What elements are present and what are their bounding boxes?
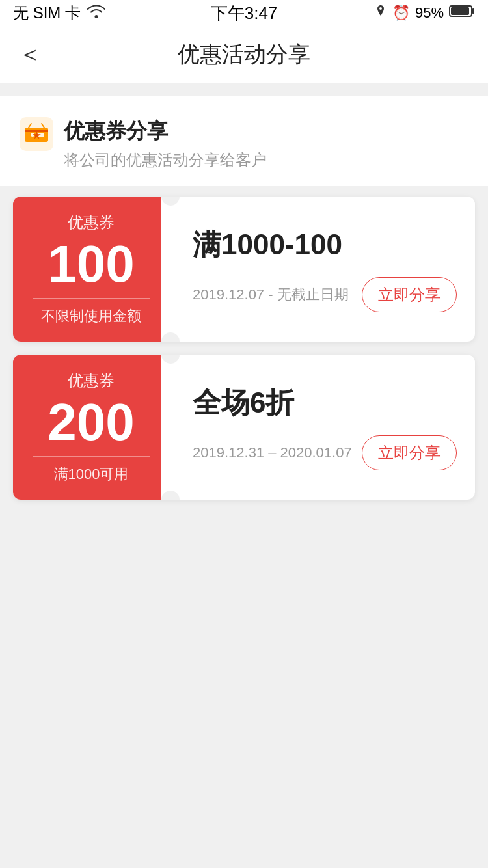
alarm-icon: ⏰	[392, 5, 410, 21]
status-time: 下午3:47	[211, 2, 278, 25]
coupon-card-2: 优惠券 200 满1000可用 全场6折 2019.12.31 – 2020.0…	[13, 355, 475, 500]
svg-rect-2	[451, 7, 469, 15]
coupon-date-2: 2019.12.31 – 2020.01.07	[193, 444, 352, 461]
coupon-right-1: 满1000-100 2019.12.07 - 无截止日期 立即分享	[169, 197, 475, 342]
coupon-left-1: 优惠券 100 不限制使用金额	[13, 197, 169, 342]
coupon-right-2: 全场6折 2019.12.31 – 2020.01.07 立即分享	[169, 355, 475, 500]
wifi-icon	[87, 4, 105, 22]
coupon-name-2: 全场6折	[193, 384, 457, 422]
section-title: 优惠券分享	[64, 117, 267, 146]
coupon-divider-1	[33, 298, 150, 299]
coupon-date-1: 2019.12.07 - 无截止日期	[193, 285, 349, 305]
coupon-amount-1: 100	[47, 238, 134, 290]
coupon-footer-1: 2019.12.07 - 无截止日期 立即分享	[193, 277, 457, 312]
coupon-label-2: 优惠券	[68, 370, 115, 391]
status-left: 无 SIM 卡	[13, 3, 105, 23]
coupon-share-icon: ★	[20, 117, 53, 151]
nav-bar: ＜ 优惠活动分享	[0, 26, 488, 83]
coupon-card-1: 优惠券 100 不限制使用金额 满1000-100 2019.12.07 - 无…	[13, 197, 475, 342]
section-text: 优惠券分享 将公司的优惠活动分享给客户	[64, 117, 267, 170]
share-button-1[interactable]: 立即分享	[362, 277, 457, 312]
svg-text:★: ★	[33, 130, 41, 141]
battery-text: 95%	[415, 5, 444, 21]
battery-icon	[449, 4, 475, 22]
coupon-left-2: 优惠券 200 满1000可用	[13, 355, 169, 500]
coupon-list: 优惠券 100 不限制使用金额 满1000-100 2019.12.07 - 无…	[0, 186, 488, 510]
svg-point-0	[379, 7, 382, 10]
coupon-condition-1: 不限制使用金额	[41, 306, 141, 326]
coupon-amount-2: 200	[47, 396, 134, 448]
coupon-condition-2: 满1000可用	[54, 465, 129, 484]
status-right: ⏰ 95%	[374, 4, 475, 22]
coupon-name-1: 满1000-100	[193, 226, 457, 264]
status-bar: 无 SIM 卡 下午3:47 ⏰ 95%	[0, 0, 488, 26]
back-button[interactable]: ＜	[18, 38, 42, 70]
coupon-label-1: 优惠券	[68, 212, 115, 233]
nav-title: 优惠活动分享	[178, 40, 310, 70]
empty-area	[0, 510, 488, 835]
location-icon	[374, 4, 387, 22]
carrier-text: 无 SIM 卡	[13, 3, 81, 23]
coupon-footer-2: 2019.12.31 – 2020.01.07 立即分享	[193, 435, 457, 470]
svg-rect-3	[472, 8, 475, 14]
section-subtitle: 将公司的优惠活动分享给客户	[64, 150, 267, 170]
share-button-2[interactable]: 立即分享	[362, 435, 457, 470]
section-header: ★ 优惠券分享 将公司的优惠活动分享给客户	[0, 96, 488, 186]
coupon-divider-2	[33, 456, 150, 457]
